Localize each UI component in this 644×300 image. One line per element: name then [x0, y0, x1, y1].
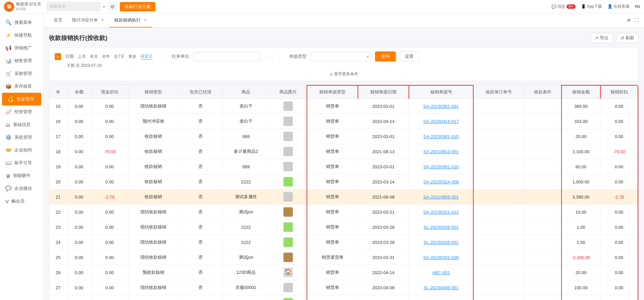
tab-home-label: 首页 [54, 17, 62, 23]
marketing-icon: 📢 [5, 45, 12, 51]
sidebar-item-system[interactable]: ⚙️ 系统管理 [0, 131, 43, 144]
refresh-btn[interactable]: ↺ 刷新 [616, 33, 639, 43]
sidebar-label-quicknav: 快捷导航 [14, 32, 32, 38]
tab-prepay-close[interactable]: ✕ [100, 17, 105, 23]
col-writeoff-no: SA-20230331-026 [409, 250, 474, 265]
col-writeoff-type: 现结收款核销 [128, 250, 178, 265]
sidebar-item-management[interactable]: 📈 经营管理 [0, 105, 43, 118]
purchase-icon: 🛒 [5, 71, 12, 77]
partner-label: 往来单位 [172, 53, 189, 59]
export-btn[interactable]: ↗ 导出 [590, 33, 613, 43]
sidebar-item-guide[interactable]: 📖 新手引导 [0, 157, 43, 169]
col-goods: 2222 [222, 235, 270, 250]
col-goods: 老白干 [222, 114, 270, 129]
goods-image [283, 162, 293, 171]
col-receipt-condition [524, 159, 561, 174]
brand-name: 畅捷通·好生意 [16, 2, 41, 6]
search-placeholder: 搜索菜单 [50, 4, 66, 9]
col-writeoff-amount: 3,390.00 [561, 189, 600, 205]
tab-bar-right: ✕ ⛶ [627, 17, 639, 24]
tab-writeoff[interactable]: 收款核销执行 ✕ [110, 13, 152, 28]
date-this-month[interactable]: 本月 [90, 54, 98, 59]
notification-link[interactable]: 💬 消息 99+ [551, 4, 576, 9]
col-cash-discount: 0.00 [91, 280, 128, 295]
goods-image [283, 253, 293, 262]
setting-btn[interactable]: 设置 [400, 51, 419, 61]
col-writeoff-bill-type: 销货退货单 [307, 250, 358, 265]
col-id: 26 [49, 265, 67, 280]
brand-sub: 标准版 [16, 7, 41, 11]
industry-btn[interactable]: 休验行业方案 [120, 2, 155, 11]
sidebar-item-sales[interactable]: 📊 销售管理 [0, 54, 43, 67]
sidebar-item-search[interactable]: 🔍 搜索菜单 [0, 16, 43, 29]
settings-icon[interactable]: ⚙ [108, 2, 117, 11]
col-receipt-condition [524, 280, 561, 295]
sidebar-item-marketing[interactable]: 📢 营销推广 [0, 42, 43, 54]
col-writeoff-amount: 333.00 [561, 114, 600, 129]
col-goods: 测试jun [222, 250, 270, 265]
sidebar-item-collab[interactable]: 🤝 企业协同 [0, 144, 43, 157]
col-goods-img [270, 144, 307, 159]
col-include-settled: 否 [178, 144, 222, 159]
sidebar-item-basic[interactable]: 🗂 基础信息 [0, 118, 43, 131]
tab-prepay[interactable]: 预付冲应付单 ✕ [67, 13, 110, 28]
chevron-down-icon: ∨ [330, 72, 333, 77]
col-writeoff-no: SA-20210813-001 [409, 144, 474, 159]
col-writeoff-date: 2022-04-14 [358, 265, 409, 280]
col-cash-discount: 0.00 [91, 99, 128, 114]
col-writeoff-amount: 2,100.00 [561, 144, 600, 159]
sidebar-item-finance[interactable]: 💰 资金管理 [2, 93, 41, 105]
quicknav-icon: ⚡ [5, 32, 12, 38]
col-writeoff-date: 2023-04-14 [358, 114, 409, 129]
col-header-goods-img: 商品图片 [270, 85, 307, 99]
user-name: Rit [635, 4, 640, 9]
col-writeoff-date: 2023-03-01 [358, 159, 409, 174]
col-id: 22 [49, 205, 67, 220]
date-7days[interactable]: 近7天 [114, 54, 124, 59]
query-btn[interactable]: 查询 [375, 51, 396, 61]
date-custom[interactable]: 自定义 [141, 53, 153, 59]
partner-input[interactable] [193, 52, 260, 61]
sidebar-item-member[interactable]: V 畅会员 [0, 195, 43, 208]
sidebar-item-hardware[interactable]: 🖥 智能硬件 [0, 169, 43, 182]
goods-image [283, 177, 293, 186]
tab-home[interactable]: 首页 [49, 13, 67, 28]
finance-icon: 💰 [7, 96, 14, 102]
sidebar-item-wechat[interactable]: 💬 企业微信 [0, 182, 43, 195]
col-cash-discount: -2.76 [91, 189, 128, 205]
col-header-icon[interactable]: ⚙ [49, 85, 67, 99]
col-writeoff-bill-type: 销货单 [307, 99, 358, 114]
col-header-cash-discount: 现金折扣 [91, 85, 128, 99]
col-goods: 多计量商品2 [222, 144, 270, 159]
sidebar-item-purchase[interactable]: 🛒 采购管理 [0, 67, 43, 80]
filter-bar: » 日期 上月 本月 本年 近7天 更多 自定义 往来单位 ... 单据类型 [49, 47, 639, 81]
col-id: 23 [49, 220, 67, 235]
tab-writeoff-close[interactable]: ✕ [143, 17, 148, 23]
date-prev-month[interactable]: 上月 [78, 54, 86, 59]
sales-icon: 📊 [5, 58, 12, 64]
col-receipt-condition [524, 189, 561, 205]
date-more[interactable]: 更多 [128, 54, 137, 59]
dropdown-icon[interactable]: ▾ [103, 4, 105, 9]
col-id: 15 [49, 99, 67, 114]
col-writeoff-amount: 100.00 [561, 295, 600, 300]
col-cash-discount: 0.00 [91, 174, 128, 189]
inventory-icon: 📦 [5, 83, 12, 89]
sidebar-label-member: 畅会员 [11, 198, 24, 204]
service-link[interactable]: 👤 在线客服 [607, 4, 630, 9]
window-close-icon[interactable]: ✕ [627, 17, 631, 24]
sidebar-item-inventory[interactable]: 📦 库存核算 [0, 80, 43, 93]
date-this-year[interactable]: 本年 [102, 54, 110, 59]
receipt-type-select[interactable] [311, 52, 371, 61]
col-writeoff-type: 收款核销 [128, 144, 178, 159]
col-id: 24 [49, 235, 67, 250]
window-expand-icon[interactable]: ⛶ [634, 18, 639, 23]
filter-expand-btn[interactable]: » [55, 53, 61, 60]
page-actions: ↗ 导出 ↺ 刷新 [590, 33, 639, 43]
sidebar-item-quicknav[interactable]: ⚡ 快捷导航 [0, 29, 43, 42]
col-receipt-order [473, 99, 524, 114]
col-goods: 2222 [222, 220, 270, 235]
expand-more-btn[interactable]: ∨ 展开更多条件 [55, 71, 633, 77]
refresh-icon: ↺ [621, 36, 624, 41]
app-download-link[interactable]: 📱 App下载 [581, 4, 602, 9]
